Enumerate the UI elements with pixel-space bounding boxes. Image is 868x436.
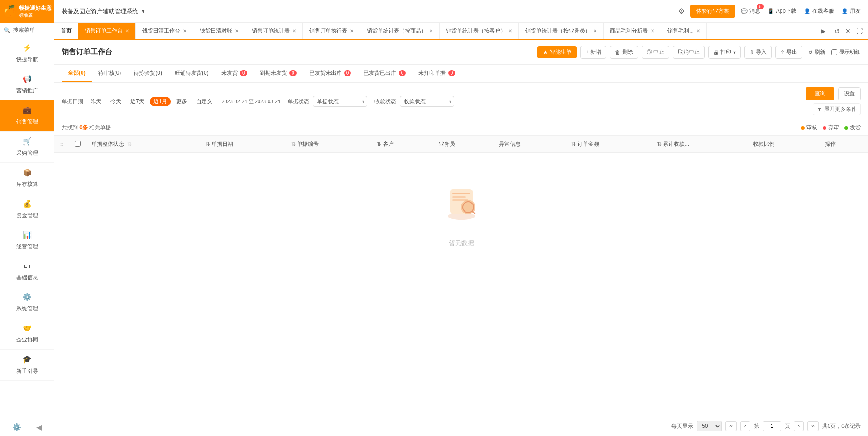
online-service-button[interactable]: 👤 在线客服 bbox=[804, 7, 834, 15]
sidebar-item-business[interactable]: 📊 经营管理 bbox=[0, 225, 54, 256]
refresh-button[interactable]: ↺ 刷新 bbox=[806, 46, 828, 58]
subtab-not-printed[interactable]: 未打印单据 0 bbox=[412, 65, 461, 82]
sidebar-item-cooperation[interactable]: 🤝 企业协同 bbox=[0, 318, 54, 350]
tab-cash-daily[interactable]: 钱货日清工作台 ✕ bbox=[136, 23, 193, 39]
settings-bottom-icon[interactable]: ⚙️ bbox=[12, 423, 21, 431]
tab-sales-workbench[interactable]: 销售订单工作台 ✕ bbox=[78, 23, 136, 39]
status-select[interactable]: 单据状态 bbox=[313, 96, 367, 107]
subtab-pending-review[interactable]: 待审核(0) bbox=[92, 65, 128, 82]
subtab-not-shipped[interactable]: 未发货 0 bbox=[215, 65, 254, 82]
subtab-all[interactable]: 全部(0) bbox=[62, 65, 92, 82]
page-input[interactable] bbox=[763, 421, 781, 431]
show-detail-checkbox-label[interactable]: 显示明细 bbox=[831, 48, 861, 56]
app-download-button[interactable]: 📱 App下载 bbox=[767, 7, 796, 15]
print-button[interactable]: 🖨 打印 ▾ bbox=[708, 46, 741, 59]
subtab-expired-not-shipped[interactable]: 到期未发货 0 bbox=[254, 65, 303, 82]
sidebar-item-inventory[interactable]: 📦 库存核算 bbox=[0, 163, 54, 194]
page-next-button[interactable]: › bbox=[794, 421, 804, 431]
tab-sales-stats[interactable]: 销售订单统计表 ✕ bbox=[245, 23, 303, 39]
phone-icon: 📱 bbox=[767, 8, 774, 14]
th-status[interactable]: 单据整体状态 ⇅ bbox=[86, 136, 200, 153]
tab-close-sales-summary-staff[interactable]: ✕ bbox=[593, 28, 597, 33]
query-button[interactable]: 查询 bbox=[806, 87, 834, 100]
delete-button[interactable]: 🗑 删除 bbox=[610, 46, 638, 59]
subtab-pending-inspect[interactable]: 待拣验货(0) bbox=[127, 65, 168, 82]
cancel-review-action[interactable]: 弃审 bbox=[823, 124, 839, 132]
tab-sales-exec[interactable]: 销售订单执行表 ✕ bbox=[303, 23, 360, 39]
expand-filter-button[interactable]: ▼ 展开更多条件 bbox=[813, 103, 861, 115]
date-1month[interactable]: 近1月 bbox=[150, 97, 171, 106]
svg-rect-3 bbox=[452, 196, 466, 198]
th-number[interactable]: ⇅ 单据编号 bbox=[286, 136, 371, 153]
date-7days[interactable]: 近7天 bbox=[127, 97, 148, 106]
tab-sales-summary-product[interactable]: 销货单统计表（按商品） ✕ bbox=[360, 23, 440, 39]
show-detail-checkbox[interactable] bbox=[831, 49, 837, 55]
tab-cash-reconcile[interactable]: 钱货日清对账 ✕ bbox=[193, 23, 245, 39]
sidebar-item-marketing[interactable]: 📢 营销推广 bbox=[0, 69, 54, 100]
th-customer[interactable]: ⇅ 客户 bbox=[371, 136, 433, 153]
page-prev-button[interactable]: ‹ bbox=[740, 421, 750, 431]
th-amount[interactable]: ⇅ 订单金额 bbox=[566, 136, 652, 153]
tabbar-more-button[interactable]: ▶ bbox=[818, 28, 829, 34]
th-collected[interactable]: ⇅ 累计收款... bbox=[652, 136, 748, 153]
set-button[interactable]: 设置 bbox=[838, 87, 861, 100]
smart-generate-button[interactable]: ★ 智能生单 bbox=[537, 46, 577, 58]
tab-close-sales-exec[interactable]: ✕ bbox=[350, 28, 354, 33]
import-button[interactable]: ⇩ 导入 bbox=[744, 46, 772, 59]
date-yesterday[interactable]: 昨天 bbox=[87, 97, 105, 106]
subtab-wangpu[interactable]: 旺铺待发货(0) bbox=[168, 65, 215, 82]
tab-gross-analysis[interactable]: 商品毛利分析表 ✕ bbox=[604, 23, 661, 39]
date-custom[interactable]: 自定义 bbox=[192, 97, 216, 106]
th-salesperson[interactable]: 业务员 bbox=[433, 136, 494, 153]
tab-close-cash-daily[interactable]: ✕ bbox=[183, 28, 187, 33]
tab-close-all-icon[interactable]: ✕ bbox=[844, 26, 853, 37]
filter-bar: 单据日期 昨天 今天 近7天 近1月 更多 自定义 2023-02-24 至 2… bbox=[54, 83, 868, 120]
topbar-settings-icon[interactable]: ⚙ bbox=[678, 7, 685, 15]
subtab-shipped-not-out[interactable]: 已发货未出库 0 bbox=[303, 65, 358, 82]
tab-close-cash-reconcile[interactable]: ✕ bbox=[235, 28, 239, 33]
select-all-checkbox[interactable] bbox=[75, 141, 81, 147]
message-button[interactable]: 💬 消息 6 bbox=[741, 7, 760, 15]
tab-close-sales-stats[interactable]: ✕ bbox=[293, 28, 296, 33]
th-checkbox[interactable] bbox=[69, 136, 86, 153]
new-button[interactable]: + 新增 bbox=[580, 46, 606, 59]
per-page-select[interactable]: 50 10 20 100 bbox=[697, 421, 722, 431]
tab-sales-more[interactable]: 销售毛利... ✕ bbox=[661, 23, 707, 39]
sidebar-item-purchase[interactable]: 🛒 采购管理 bbox=[0, 132, 54, 163]
subtab-shipped-out[interactable]: 已发货已出库 0 bbox=[357, 65, 412, 82]
tab-home[interactable]: 首页 bbox=[54, 23, 78, 39]
sidebar-item-guide[interactable]: 🎓 新手引导 bbox=[0, 350, 54, 381]
collapse-icon[interactable]: ◀ bbox=[36, 423, 42, 431]
tab-refresh-icon[interactable]: ↺ bbox=[833, 26, 842, 37]
sidebar-item-system[interactable]: ⚙️ 系统管理 bbox=[0, 287, 54, 318]
sidebar-item-basic[interactable]: 🗂 基础信息 bbox=[0, 256, 54, 287]
export-button[interactable]: ⇧ 导出 bbox=[775, 46, 802, 59]
system-title-dropdown[interactable]: ▾ bbox=[142, 8, 145, 14]
th-date[interactable]: ⇅ 单据日期 bbox=[200, 136, 286, 153]
tab-close-gross-analysis[interactable]: ✕ bbox=[651, 28, 654, 33]
page-last-button[interactable]: » bbox=[807, 421, 819, 431]
page-header: 销售订单工作台 ★ 智能生单 + 新增 🗑 删除 ◎ 中止 取消中止 bbox=[54, 40, 868, 65]
date-more[interactable]: 更多 bbox=[173, 97, 191, 106]
date-today[interactable]: 今天 bbox=[107, 97, 125, 106]
review-action[interactable]: 审核 bbox=[801, 124, 817, 132]
th-abnormal[interactable]: 异常信息 bbox=[494, 136, 566, 153]
tab-sales-summary-customer[interactable]: 销货单统计表（按客户） ✕ bbox=[440, 23, 519, 39]
tab-close-sales-summary-customer[interactable]: ✕ bbox=[508, 28, 512, 33]
tab-close-sales-more[interactable]: ✕ bbox=[696, 28, 700, 33]
sidebar-item-sales[interactable]: 💼 销售管理 bbox=[0, 100, 54, 132]
user-avatar[interactable]: 👤 用友 bbox=[841, 7, 861, 15]
cancel-stop-button[interactable]: 取消中止 bbox=[673, 46, 705, 59]
ship-action[interactable]: 发货 bbox=[844, 124, 861, 132]
tab-fullscreen-icon[interactable]: ⛶ bbox=[854, 26, 864, 37]
tab-sales-summary-staff[interactable]: 销货单统计表（按业务员） ✕ bbox=[519, 23, 604, 39]
sidebar-item-finance[interactable]: 💰 资金管理 bbox=[0, 194, 54, 225]
tab-close-sales-workbench[interactable]: ✕ bbox=[125, 28, 129, 33]
tab-close-sales-summary-product[interactable]: ✕ bbox=[429, 28, 433, 33]
sidebar-search[interactable]: 🔍 搜索菜单 bbox=[0, 23, 54, 38]
payment-select[interactable]: 收款状态 bbox=[400, 96, 454, 107]
stop-button[interactable]: ◎ 中止 bbox=[642, 46, 669, 59]
sidebar-item-quick[interactable]: ⚡ 快捷导航 bbox=[0, 38, 54, 69]
solution-button[interactable]: 体验行业方案 bbox=[690, 5, 735, 18]
page-first-button[interactable]: « bbox=[725, 421, 737, 431]
